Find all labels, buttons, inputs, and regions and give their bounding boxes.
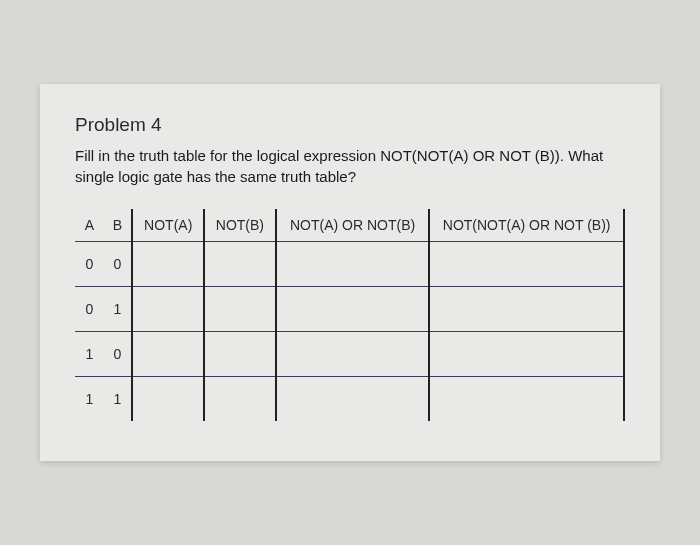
cell-notor — [429, 376, 624, 421]
cell-notb — [204, 331, 276, 376]
cell-b: 0 — [104, 241, 133, 286]
table-row: 0 1 — [75, 286, 624, 331]
cell-nota — [132, 376, 204, 421]
cell-or — [276, 376, 430, 421]
table-row: 1 0 — [75, 331, 624, 376]
cell-notor — [429, 331, 624, 376]
cell-a: 1 — [75, 331, 104, 376]
worksheet-page: Problem 4 Fill in the truth table for th… — [40, 84, 660, 461]
cell-or — [276, 286, 430, 331]
cell-notb — [204, 376, 276, 421]
problem-text: Fill in the truth table for the logical … — [75, 146, 625, 187]
cell-notor — [429, 241, 624, 286]
header-notor: NOT(NOT(A) OR NOT (B)) — [429, 209, 624, 242]
cell-notb — [204, 241, 276, 286]
header-a: A — [75, 209, 104, 242]
cell-nota — [132, 331, 204, 376]
header-notb: NOT(B) — [204, 209, 276, 242]
problem-title: Problem 4 — [75, 114, 625, 136]
header-nota: NOT(A) — [132, 209, 204, 242]
table-header-row: A B NOT(A) NOT(B) NOT(A) OR NOT(B) NOT(N… — [75, 209, 624, 242]
cell-nota — [132, 241, 204, 286]
cell-or — [276, 241, 430, 286]
cell-notb — [204, 286, 276, 331]
table-row: 0 0 — [75, 241, 624, 286]
cell-a: 0 — [75, 286, 104, 331]
cell-or — [276, 331, 430, 376]
cell-notor — [429, 286, 624, 331]
cell-b: 0 — [104, 331, 133, 376]
cell-b: 1 — [104, 286, 133, 331]
cell-a: 0 — [75, 241, 104, 286]
cell-nota — [132, 286, 204, 331]
table-row: 1 1 — [75, 376, 624, 421]
truth-table: A B NOT(A) NOT(B) NOT(A) OR NOT(B) NOT(N… — [75, 209, 625, 421]
cell-a: 1 — [75, 376, 104, 421]
cell-b: 1 — [104, 376, 133, 421]
header-or: NOT(A) OR NOT(B) — [276, 209, 430, 242]
header-b: B — [104, 209, 133, 242]
